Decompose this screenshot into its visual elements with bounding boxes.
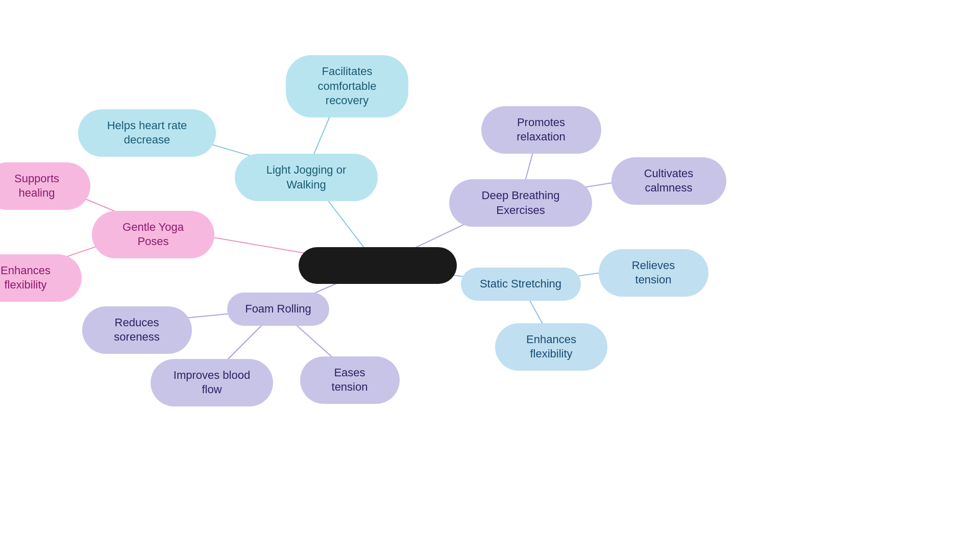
- node-relieves-tension: Relieves tension: [599, 249, 708, 297]
- node-cultivates-calmness: Cultivates calmness: [611, 157, 726, 205]
- node-deep-breathing: Deep Breathing Exercises: [449, 179, 592, 227]
- node-enhances-flex-left: Enhances flexibility: [0, 254, 82, 302]
- node-supports-healing: Supports healing: [0, 162, 90, 210]
- node-facilitates: Facilitates comfortable recovery: [286, 55, 408, 117]
- node-static-stretching: Static Stretching: [461, 268, 581, 301]
- node-gentle-yoga: Gentle Yoga Poses: [92, 211, 214, 258]
- node-improves-blood: Improves blood flow: [151, 359, 273, 406]
- node-eases-tension: Eases tension: [300, 356, 400, 404]
- node-promotes-relaxation: Promotes relaxation: [481, 106, 601, 154]
- node-enhances-flex-right: Enhances flexibility: [495, 323, 607, 371]
- node-helps-heart: Helps heart rate decrease: [78, 109, 216, 157]
- node-foam-rolling: Foam Rolling: [227, 293, 329, 326]
- node-reduces-soreness: Reduces soreness: [82, 306, 192, 354]
- center-node: [299, 247, 457, 284]
- node-light-jogging: Light Jogging or Walking: [235, 154, 378, 201]
